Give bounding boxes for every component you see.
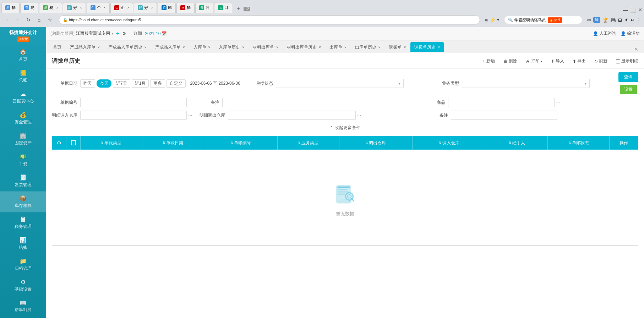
sidebar-item-archive[interactable]: 📁 归档管理 xyxy=(0,254,46,275)
sidebar-item-settings[interactable]: ⚙ 基础设置 xyxy=(0,275,46,296)
tab-product-in-history[interactable]: 产成品入库单历史 × xyxy=(104,42,151,52)
forward-btn[interactable]: › xyxy=(13,16,22,24)
date-btn-today[interactable]: 今天 xyxy=(97,79,111,88)
remark2-input[interactable] xyxy=(451,111,557,120)
th-settings[interactable]: ⚙ xyxy=(52,136,66,150)
date-btn-yesterday[interactable]: 昨天 xyxy=(80,79,95,88)
th-handler[interactable]: ⇅ 经手人 xyxy=(486,136,548,150)
th-status[interactable]: ⇅ 单账状态 xyxy=(548,136,610,150)
import-btn[interactable]: ⬇ 导入 xyxy=(548,57,567,66)
settings-small-btn[interactable]: 设置 xyxy=(620,85,637,94)
browser-tab-8[interactable]: 腾 腾 xyxy=(158,2,176,13)
new-btn[interactable]: ＋ 新增 xyxy=(478,57,498,66)
tab-transfer-history[interactable]: 调拨单历史 × xyxy=(410,42,444,52)
detail-out-more[interactable]: ··· xyxy=(357,112,361,118)
display-toggle[interactable]: 显示明细 xyxy=(616,58,638,64)
company-selector[interactable]: (勿删勿禁用) 江西服宝测试专用 ▾ xyxy=(50,30,113,37)
tab-product-in2[interactable]: 产成品入库单 × xyxy=(151,42,189,52)
th-num[interactable]: ⇅ 单账编号 xyxy=(204,136,278,150)
game-icon[interactable]: 🎮 xyxy=(610,17,616,23)
sidebar-item-asset[interactable]: 🏢 固定资产 xyxy=(0,129,46,150)
scissors-icon[interactable]: ✂ xyxy=(587,17,591,23)
sun-icon[interactable]: ☀ xyxy=(624,17,628,23)
th-out[interactable]: ⇅ 调出仓库 xyxy=(339,136,413,150)
display-checkbox[interactable] xyxy=(616,59,620,63)
browser-tab-2[interactable]: 在 易 xyxy=(20,2,38,13)
date-btn-1month[interactable]: 近1月 xyxy=(132,79,149,88)
th-type[interactable]: ⇅ 单账类型 xyxy=(81,136,142,150)
company-settings-btn[interactable]: ⚙ xyxy=(122,31,126,36)
tab-transfer-close[interactable]: × xyxy=(404,45,406,49)
date-btn-more[interactable]: 更多 xyxy=(150,79,165,88)
tab-out-history[interactable]: 出库单历史 × xyxy=(351,42,384,52)
trophy-icon[interactable]: 🏆 xyxy=(602,17,608,23)
browser-tab-6[interactable]: C 企 × xyxy=(110,2,133,13)
tab-product-in-history-close[interactable]: × xyxy=(144,45,147,49)
translate-icon[interactable]: 译 xyxy=(593,17,600,23)
user-service-btn[interactable]: 👤 人工咨询 xyxy=(593,30,616,37)
tab-out-order-close[interactable]: × xyxy=(344,45,346,49)
close-all-btn[interactable]: ✕ xyxy=(631,46,641,52)
th-biz[interactable]: ⇅ 业务类型 xyxy=(278,136,339,150)
status-select[interactable]: ▾ xyxy=(276,79,404,88)
browser-tab-5[interactable]: 个 个 × xyxy=(87,2,110,13)
tab-in-order-close[interactable]: × xyxy=(208,45,211,49)
export-btn[interactable]: ⬆ 导出 xyxy=(570,57,589,66)
lightning-btn[interactable]: ⚡ xyxy=(490,17,496,23)
sidebar-item-guide[interactable]: 📖 新手引导 xyxy=(0,296,46,317)
tab-transfer[interactable]: 调拨单 × xyxy=(385,42,410,52)
browser-tab-1[interactable]: 新 畅 xyxy=(1,2,20,13)
browser-tab-10[interactable]: S 目 xyxy=(214,2,232,13)
address-bar[interactable]: 🔒 https://cloud.chanjet.com/accounting/u… xyxy=(59,15,480,24)
browser-tab-7[interactable]: 好 好 × xyxy=(134,2,157,13)
tab-out-order[interactable]: 出库单 × xyxy=(326,42,350,52)
goods-input[interactable] xyxy=(448,98,555,107)
grid-icon[interactable]: ⊞ xyxy=(618,17,622,23)
tab-product-in2-close[interactable]: × xyxy=(183,45,185,49)
sidebar-item-tax[interactable]: 📋 税务管理 xyxy=(0,212,46,233)
browser-tab-9[interactable]: 各 各 xyxy=(195,2,213,13)
tab-material-out[interactable]: 材料出库单 × xyxy=(249,42,282,52)
tab-in-history-close[interactable]: × xyxy=(242,45,244,49)
query-btn[interactable]: 查询 xyxy=(618,72,638,82)
sidebar-item-ledger[interactable]: 📒 总账 xyxy=(0,66,46,87)
detail-in-more[interactable]: ··· xyxy=(188,112,192,118)
star-btn[interactable]: ☆ xyxy=(45,16,54,24)
add-company-btn[interactable]: + xyxy=(116,30,119,37)
period-value[interactable]: 2021-10 📅 xyxy=(145,31,167,36)
refresh-btn[interactable]: ↻ 刷新 xyxy=(591,57,610,66)
sidebar-item-inventory[interactable]: 📦 库存核算 xyxy=(0,191,46,212)
tab-home[interactable]: 首页 xyxy=(49,42,65,52)
tab-material-out-close[interactable]: × xyxy=(276,45,278,49)
tab-out-history-close[interactable]: × xyxy=(378,45,381,49)
maximize-btn[interactable]: ⬜ xyxy=(630,7,636,13)
tab-transfer-history-close[interactable]: × xyxy=(438,45,440,49)
tab-product-in[interactable]: 产成品入库单 × xyxy=(66,42,104,52)
detail-in-input[interactable] xyxy=(80,111,187,120)
docnum-input[interactable] xyxy=(80,98,187,107)
tab-material-out-history-close[interactable]: × xyxy=(319,45,321,49)
home-btn[interactable]: ⌂ xyxy=(35,16,43,24)
sidebar-item-report[interactable]: ☁ 云报表中心 xyxy=(0,87,46,108)
chevron-down-btn[interactable]: ▾ xyxy=(497,17,499,22)
detail-out-input[interactable] xyxy=(228,111,356,120)
new-tab-btn[interactable]: + xyxy=(234,5,242,13)
sidebar-item-invoice[interactable]: 🧾 发票管理 xyxy=(0,171,46,191)
goods-more-icon[interactable]: ··· xyxy=(556,100,560,105)
collapse-filter-btn[interactable]: ⌃ 收起更多条件 xyxy=(326,123,365,132)
delete-btn[interactable]: 🗑 删除 xyxy=(501,57,520,66)
th-date[interactable]: ⇅ 单账日期 xyxy=(142,136,204,150)
remark-input[interactable] xyxy=(222,98,350,107)
tab-in-history[interactable]: 入库单历史 × xyxy=(215,42,248,52)
sidebar-item-wage[interactable]: 💵 工资 xyxy=(0,150,46,171)
date-btn-custom[interactable]: 自定义 xyxy=(167,79,186,88)
tab-material-out-history[interactable]: 材料出库单历史 × xyxy=(283,42,325,52)
th-check[interactable] xyxy=(66,136,81,150)
extensions-btn[interactable]: ⊞ xyxy=(485,18,488,22)
menu-icon[interactable]: ⋮ xyxy=(637,17,641,23)
sidebar-item-home[interactable]: 🏠 首页 xyxy=(0,45,46,66)
user-avatar-btn[interactable]: 👤 徐泽华 xyxy=(621,30,640,37)
minimize-btn[interactable]: — xyxy=(623,7,628,13)
print-btn[interactable]: 🖨 打印 ▾ xyxy=(523,57,545,66)
tab-in-order[interactable]: 入库单 × xyxy=(190,42,214,52)
